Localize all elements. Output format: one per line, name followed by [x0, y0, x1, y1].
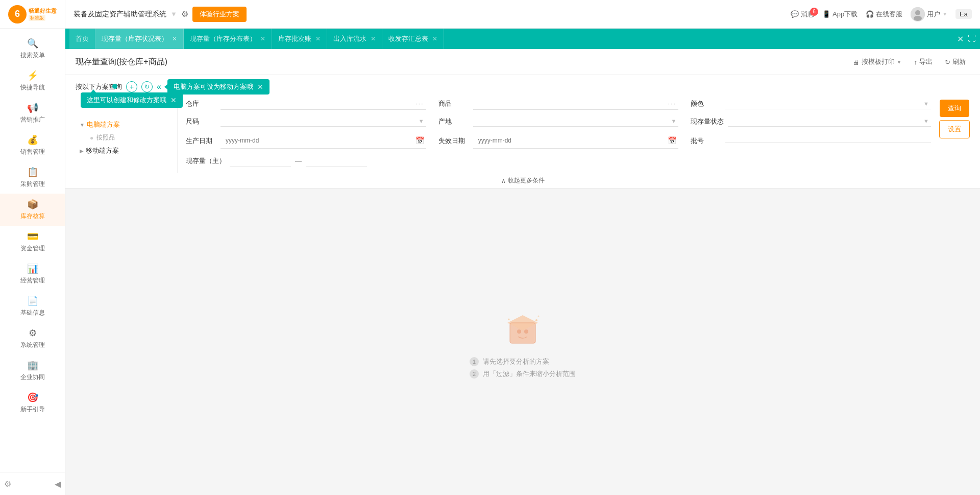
message-icon: 💬 — [791, 10, 799, 18]
warehouse-dots[interactable]: ··· — [415, 100, 424, 107]
main-area: 装备及固定资产辅助管理系统 ▼ ⚙ 体验行业方案 💬 6 消息 📱 App下载 … — [65, 0, 980, 495]
goods-label: 商品 — [438, 99, 469, 108]
size-dropdown-arrow[interactable]: ▼ — [419, 118, 424, 124]
scheme-item-mobile[interactable]: ▶ 移动端方案 — [76, 144, 171, 157]
sidebar-item-basic-info[interactable]: 📄 基础信息 — [0, 290, 65, 322]
search-button[interactable]: 查询 — [940, 100, 969, 117]
system-icon: ⚙ — [29, 327, 37, 339]
refresh-btn[interactable]: ↻ 刷新 — [941, 55, 970, 68]
experience-btn[interactable]: 体验行业方案 — [192, 7, 247, 22]
color-dropdown-arrow[interactable]: ▼ — [923, 101, 929, 107]
scheme-tooltip-close[interactable]: ✕ — [257, 83, 263, 91]
goods-field: 商品 ··· — [438, 98, 679, 110]
collapse-sidebar-icon[interactable]: ◀ — [55, 479, 61, 489]
basic-info-icon: 📄 — [27, 295, 38, 307]
settings-bottom-icon[interactable]: ⚙ — [4, 479, 11, 489]
tab-inventory-status[interactable]: 现存量（库存状况表） ✕ — [95, 29, 184, 49]
sidebar-item-guide[interactable]: 🎯 新手引导 — [0, 387, 65, 419]
inv-qty-min-field[interactable] — [232, 157, 289, 164]
export-icon: ↑ — [914, 58, 918, 66]
search-btn-col: 查询 设置 — [931, 98, 970, 173]
sidebar-item-quick-nav[interactable]: ⚡ 快捷导航 — [0, 65, 65, 97]
user-action[interactable]: 用户 ▼ — [911, 7, 947, 21]
tab-fullscreen-icon[interactable]: ⛶ — [968, 34, 976, 43]
filter-add-btn[interactable]: + — [126, 81, 137, 92]
tab-close-recv-summary[interactable]: ✕ — [432, 35, 437, 42]
sidebar-item-inventory[interactable]: 📦 库存核算 — [0, 194, 65, 226]
sidebar-item-purchase[interactable]: 📋 采购管理 — [0, 161, 65, 194]
user-initials-badge: Ea — [955, 9, 972, 19]
sidebar-item-sales[interactable]: 💰 销售管理 — [0, 129, 65, 161]
prod-date-label: 生产日期 — [186, 136, 216, 146]
scheme-item-pc[interactable]: ▼ 电脑端方案 — [76, 118, 171, 131]
sidebar-bottom: ⚙ ◀ — [0, 473, 65, 495]
tab-batch-account[interactable]: 库存批次账 ✕ — [272, 29, 327, 49]
tab-in-out-flow[interactable]: 出入库流水 ✕ — [327, 29, 382, 49]
origin-field: 产地 ▼ — [438, 116, 679, 127]
content-area: 现存量查询(按仓库+商品) 🖨 按模板打印 ▼ ↑ 导出 ↻ 刷新 — [65, 49, 980, 495]
inv-status-dropdown-arrow[interactable]: ▼ — [923, 118, 929, 124]
collapse-row[interactable]: ∧ 收起更多条件 — [76, 173, 970, 188]
empty-step-1: 1 请先选择要分析的方案 — [470, 357, 576, 366]
print-icon: 🖨 — [853, 58, 860, 66]
tab-home[interactable]: 首页 — [69, 29, 95, 49]
scheme-item-pc-default[interactable]: ● 按照品 — [76, 131, 171, 144]
headset-icon: 🎧 — [866, 10, 874, 18]
tab-recv-summary[interactable]: 收发存汇总表 ✕ — [382, 29, 444, 49]
filter-row-3: 生产日期 📅 失效日期 📅 — [186, 133, 931, 149]
exp-date-calendar-icon[interactable]: 📅 — [668, 136, 676, 145]
prod-date-input[interactable] — [223, 135, 415, 146]
reset-button[interactable]: 设置 — [939, 120, 970, 138]
export-btn[interactable]: ↑ 导出 — [910, 55, 937, 68]
prod-date-field: 生产日期 📅 — [186, 133, 426, 149]
scheme-tree: 这里可以创建和修改方案哦 ✕ ▼ 电脑端方案 ● 按照品 ▶ — [76, 98, 178, 173]
sidebar: 6 畅通好生意 标准版 🔍 搜索菜单 ⚡ 快捷导航 📢 营销推广 💰 销售管理 … — [0, 0, 65, 495]
page-header-actions: 🖨 按模板打印 ▼ ↑ 导出 ↻ 刷新 — [849, 55, 970, 68]
inv-qty-max-field[interactable] — [308, 157, 365, 164]
filter-row-1: 仓库 ··· 商品 ··· — [186, 98, 931, 110]
app-download-action[interactable]: 📱 App下载 — [822, 10, 857, 19]
logo-icon: 6 — [8, 5, 27, 23]
purchase-icon: 📋 — [27, 167, 38, 178]
filter-row-2: 尺码 ▼ 产地 ▼ — [186, 116, 931, 127]
exp-date-input[interactable] — [475, 135, 668, 146]
message-action[interactable]: 💬 6 消息 — [791, 10, 814, 19]
sales-icon: 💰 — [27, 134, 38, 146]
sidebar-item-search[interactable]: 🔍 搜索菜单 — [0, 33, 65, 65]
inv-status-field: 现存量状态 ▼ — [691, 116, 931, 127]
origin-dropdown-arrow[interactable]: ▼ — [671, 118, 676, 124]
tab-expand-icon[interactable]: ✕ — [957, 34, 964, 44]
sidebar-item-marketing[interactable]: 📢 营销推广 — [0, 97, 65, 129]
tab-close-inventory-status[interactable]: ✕ — [172, 35, 177, 42]
warehouse-field: 仓库 ··· — [186, 98, 426, 110]
inv-qty-label: 现存量（主） — [186, 156, 226, 166]
sidebar-item-finance[interactable]: 💳 资金管理 — [0, 226, 65, 258]
svg-point-1 — [915, 10, 920, 15]
tab-close-inventory-dist[interactable]: ✕ — [260, 35, 265, 42]
svg-point-7 — [524, 329, 528, 334]
exp-date-label: 失效日期 — [438, 136, 469, 146]
filter-back-btn[interactable]: « — [157, 82, 161, 91]
filter-area: 按以下方案查询 + ↻ « 电脑方案可设为移动方案哦 ✕ 这里可以创建和修改方案… — [65, 75, 980, 188]
tab-close-batch-account[interactable]: ✕ — [315, 35, 321, 42]
print-btn[interactable]: 🖨 按模板打印 ▼ — [849, 55, 906, 68]
tab-inventory-dist[interactable]: 现存量（库存分布表） ✕ — [184, 29, 272, 49]
sidebar-item-system[interactable]: ⚙ 系统管理 — [0, 322, 65, 355]
online-support-action[interactable]: 🎧 在线客服 — [866, 10, 902, 19]
inv-qty-max-input[interactable] — [306, 155, 367, 167]
goods-dots[interactable]: ··· — [668, 100, 676, 107]
scheme-tooltip-text: 电脑方案可设为移动方案哦 — [174, 82, 253, 91]
edit-tooltip-close[interactable]: ✕ — [170, 96, 177, 104]
sidebar-item-operations[interactable]: 📊 经营管理 — [0, 258, 65, 290]
batch-label: 批号 — [691, 136, 721, 146]
tab-close-in-out-flow[interactable]: ✕ — [371, 35, 376, 42]
inv-qty-min-input[interactable] — [230, 155, 291, 167]
filter-row-4: 现存量（主） — — [186, 155, 931, 167]
logo-area: 6 畅通好生意 标准版 — [0, 0, 65, 29]
filter-refresh-btn[interactable]: ↻ — [141, 81, 153, 92]
sidebar-item-enterprise[interactable]: 🏢 企业协同 — [0, 355, 65, 387]
refresh-icon: ↻ — [945, 58, 950, 66]
prod-date-calendar-icon[interactable]: 📅 — [415, 136, 424, 145]
size-label: 尺码 — [186, 117, 216, 126]
header-settings-icon[interactable]: ⚙ — [181, 9, 188, 19]
